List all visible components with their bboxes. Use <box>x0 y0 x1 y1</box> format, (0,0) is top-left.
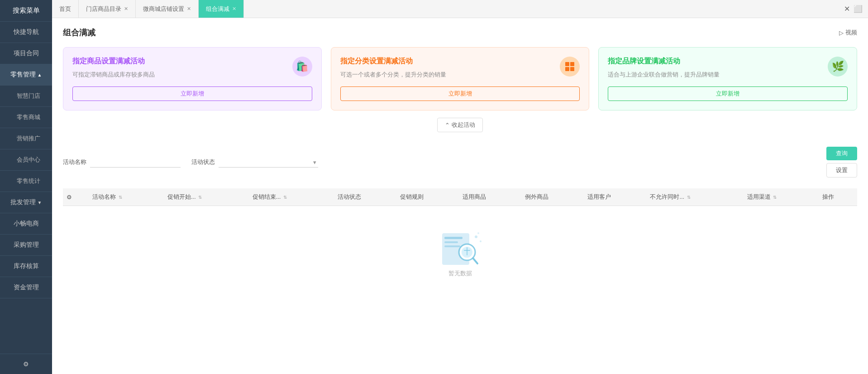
col-activity-name[interactable]: 活动名称 ⇅ <box>89 188 164 206</box>
sidebar-item-purchase-mgmt[interactable]: 采购管理 <box>0 235 52 256</box>
tab-store-catalog[interactable]: 门店商品目录 ✕ <box>79 0 136 18</box>
collapse-activity-button[interactable]: ⌃ 收起活动 <box>437 118 483 132</box>
query-button[interactable]: 查询 <box>826 147 857 160</box>
sort-icon: ⇅ <box>687 195 691 200</box>
sidebar-item-marketing[interactable]: 营销推广 <box>0 128 52 149</box>
svg-rect-7 <box>444 245 460 247</box>
svg-rect-6 <box>444 241 458 243</box>
table-wrap: ⚙ 活动名称 ⇅ 促销开始... ⇅ 促销结束... ⇅ <box>63 188 857 287</box>
col-promo-start[interactable]: 促销开始... ⇅ <box>164 188 249 206</box>
tab-label: 组合满减 <box>206 5 229 13</box>
svg-line-10 <box>473 258 477 264</box>
sidebar: 搜索菜单 快捷导航 项目合同 零售管理 ▲ 智慧门店 零售商城 营销推广 会员中… <box>0 0 52 374</box>
close-icon[interactable]: ✕ <box>232 6 236 12</box>
sidebar-item-wholesale-mgmt[interactable]: 批发管理 ▼ <box>0 192 52 213</box>
svg-rect-3 <box>570 67 574 71</box>
close-icon[interactable]: ✕ <box>124 6 128 12</box>
svg-rect-0 <box>565 62 569 66</box>
sidebar-settings[interactable]: ⚙ <box>0 354 52 374</box>
sidebar-item-label: 资金管理 <box>14 283 39 292</box>
chevron-up-icon: ▲ <box>38 72 42 77</box>
content-area: 组合满减 ▷ 视频 🛍️ 指定商品设置满减活动 可指定滞销商品或库存较多商品 立… <box>52 18 868 374</box>
card-category-title: 指定分类设置满减活动 <box>340 57 580 66</box>
sidebar-item-label: 项目合同 <box>14 49 39 58</box>
sidebar-item-retail-mgmt[interactable]: 零售管理 ▲ <box>0 64 52 86</box>
card-brand-desc: 适合与上游企业联合做营销，提升品牌销量 <box>608 71 848 79</box>
filter-actions: 查询 设置 <box>826 147 857 177</box>
empty-illustration <box>433 224 487 269</box>
col-label: 适用商品 <box>463 193 486 200</box>
col-no-concurrent[interactable]: 不允许同时... ⇅ <box>646 188 743 206</box>
tab-bar: 首页 门店商品目录 ✕ 微商城店铺设置 ✕ 组合满减 ✕ ✕ ⬜ <box>52 0 868 18</box>
col-label: 活动状态 <box>338 193 361 200</box>
sidebar-item-smart-store[interactable]: 智慧门店 <box>0 86 52 107</box>
maximize-window-button[interactable]: ⬜ <box>854 5 863 13</box>
filter-activity-name: 活动名称 <box>63 157 181 168</box>
col-label: 操作 <box>822 193 834 200</box>
sidebar-item-retail-stats[interactable]: 零售统计 <box>0 171 52 192</box>
card-category-desc: 可选一个或者多个分类，提升分类的销量 <box>340 71 580 79</box>
col-label: 促销开始... <box>167 193 196 200</box>
cards-row: 🛍️ 指定商品设置满减活动 可指定滞销商品或库存较多商品 立即新增 指定分类设置… <box>63 47 857 110</box>
sidebar-item-xiao-ecommerce[interactable]: 小畅电商 <box>0 213 52 235</box>
col-label: 例外商品 <box>525 193 548 200</box>
card-category-discount: 指定分类设置满减活动 可选一个或者多个分类，提升分类的销量 立即新增 <box>331 47 590 110</box>
tab-combo-discount[interactable]: 组合满减 ✕ <box>199 0 244 18</box>
col-label: 促销规则 <box>400 193 424 200</box>
svg-rect-5 <box>444 237 463 239</box>
col-settings[interactable]: ⚙ <box>63 188 89 206</box>
tab-label: 首页 <box>59 5 71 13</box>
sidebar-item-label: 会员中心 <box>17 156 40 164</box>
chevron-down-icon: ▼ <box>38 200 42 205</box>
col-label: 不允许同时... <box>650 193 684 200</box>
svg-rect-2 <box>565 67 569 71</box>
card-brand-add-button[interactable]: 立即新增 <box>608 86 848 101</box>
collapse-bar: ⌃ 收起活动 <box>63 118 857 132</box>
sidebar-item-label: 快捷导航 <box>14 28 39 36</box>
sidebar-search[interactable]: 搜索菜单 <box>0 0 52 22</box>
col-promo-end[interactable]: 促销结束... ⇅ <box>249 188 334 206</box>
card-product-add-button[interactable]: 立即新增 <box>72 86 312 101</box>
card-brand-icon: 🌿 <box>828 57 848 77</box>
card-product-title: 指定商品设置满减活动 <box>72 57 312 66</box>
card-category-add-button[interactable]: 立即新增 <box>340 86 580 101</box>
col-label: 促销结束... <box>253 193 281 200</box>
col-applicable-channel[interactable]: 适用渠道 ⇅ <box>744 188 819 206</box>
video-label: 视频 <box>845 29 857 37</box>
sort-icon: ⇅ <box>198 195 202 200</box>
settings-button[interactable]: 设置 <box>826 163 857 177</box>
sidebar-item-quick-nav[interactable]: 快捷导航 <box>0 22 52 43</box>
filter-activity-status: 活动状态 <box>191 157 318 168</box>
sidebar-item-label: 库存核算 <box>14 262 39 270</box>
sidebar-item-inventory-calc[interactable]: 库存核算 <box>0 256 52 277</box>
col-promo-rule: 促销规则 <box>396 188 459 206</box>
tab-home[interactable]: 首页 <box>52 0 79 18</box>
sidebar-item-project-contract[interactable]: 项目合同 <box>0 43 52 64</box>
card-brand-discount: 🌿 指定品牌设置满减活动 适合与上游企业联合做营销，提升品牌销量 立即新增 <box>598 47 857 110</box>
table-header: ⚙ 活动名称 ⇅ 促销开始... ⇅ 促销结束... ⇅ <box>63 188 857 206</box>
sidebar-item-label: 采购管理 <box>14 241 39 249</box>
main-area: 首页 门店商品目录 ✕ 微商城店铺设置 ✕ 组合满减 ✕ ✕ ⬜ 组合满减 ▷ … <box>52 0 868 374</box>
sidebar-item-fund-mgmt[interactable]: 资金管理 <box>0 277 52 298</box>
sidebar-item-label: 智慧门店 <box>17 92 40 100</box>
sidebar-item-label: 零售管理 <box>10 71 36 79</box>
svg-point-14 <box>480 240 482 242</box>
sidebar-item-retail-mall[interactable]: 零售商城 <box>0 107 52 128</box>
activity-table: ⚙ 活动名称 ⇅ 促销开始... ⇅ 促销结束... ⇅ <box>63 188 857 287</box>
sort-icon: ⇅ <box>119 195 122 200</box>
close-window-button[interactable]: ✕ <box>844 5 850 13</box>
video-link[interactable]: ▷ 视频 <box>839 29 857 37</box>
tab-label: 微商城店铺设置 <box>143 5 184 13</box>
page-header: 组合满减 ▷ 视频 <box>63 27 857 38</box>
collapse-icon: ⌃ <box>445 122 450 129</box>
sidebar-item-member-center[interactable]: 会员中心 <box>0 149 52 171</box>
tab-wechat-store-settings[interactable]: 微商城店铺设置 ✕ <box>136 0 199 18</box>
col-label: 适用客户 <box>587 193 611 200</box>
activity-name-label: 活动名称 <box>63 158 86 166</box>
window-controls: ✕ ⬜ <box>839 5 868 13</box>
col-excluded-goods: 例外商品 <box>521 188 584 206</box>
sidebar-item-label: 批发管理 <box>10 198 36 206</box>
activity-name-input[interactable] <box>90 157 181 168</box>
activity-status-select[interactable] <box>219 157 318 168</box>
close-icon[interactable]: ✕ <box>187 6 191 12</box>
